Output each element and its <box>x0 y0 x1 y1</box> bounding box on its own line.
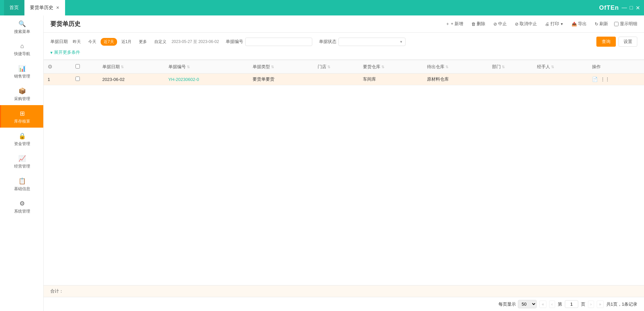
th-settings: ⚙ <box>44 60 71 74</box>
page-number-input[interactable] <box>565 300 578 308</box>
setting-button[interactable]: 设置 <box>619 37 637 47</box>
date-btn-today[interactable]: 今天 <box>85 38 99 46</box>
orderno-input[interactable] <box>245 38 312 46</box>
sidebar-item-finance[interactable]: 🔒 资金管理 <box>0 128 43 150</box>
expand-chevron-icon: ▾ <box>50 50 53 55</box>
sidebar-item-system-label: 系统管理 <box>14 209 30 214</box>
export-icon: 📤 <box>572 21 577 27</box>
status-select-wrapper <box>338 38 406 46</box>
order-no-link[interactable]: YH-20230602-0 <box>168 77 199 82</box>
th-no[interactable]: 单据编号 <box>164 60 249 74</box>
print-button[interactable]: 🖨 打印 ▼ <box>543 19 566 28</box>
tab-home-label: 首页 <box>9 5 19 11</box>
filter-row: 单据日期 昨天 今天 近7天 近1月 更多 自定义 2023-05-27 至 2… <box>50 37 637 47</box>
total-info: 共1页，1条记录 <box>606 301 637 307</box>
tab-home[interactable]: 首页 <box>4 0 24 15</box>
date-btn-yesterday[interactable]: 昨天 <box>70 38 84 46</box>
status-label: 单据状态 <box>319 39 336 45</box>
tab-close-icon[interactable]: ✕ <box>56 5 59 10</box>
date-btn-1month[interactable]: 近1月 <box>118 38 135 46</box>
sidebar-item-operations[interactable]: 📈 经营管理 <box>0 150 43 173</box>
export-button[interactable]: 📤 导出 <box>570 19 589 28</box>
sidebar-item-sales[interactable]: 📊 销售管理 <box>0 60 43 83</box>
sidebar-item-shortcut-label: 快捷导航 <box>14 51 30 57</box>
th-type[interactable]: 单据类型 <box>249 60 313 74</box>
delete-button[interactable]: 🗑 删除 <box>469 19 487 28</box>
page-title: 要货单历史 <box>50 20 80 28</box>
orderno-filter-item: 单据编号 <box>226 38 312 46</box>
view-detail-icon[interactable]: 📄 <box>592 77 598 82</box>
cancel-stop-icon: ⊘ <box>515 21 519 27</box>
sidebar-item-shortcut[interactable]: ⌂ 快捷导航 <box>0 38 43 60</box>
date-filter-item: 单据日期 昨天 今天 近7天 近1月 更多 自定义 2023-05-27 至 2… <box>50 38 219 46</box>
cell-store <box>314 74 359 85</box>
inventory-icon: ⊞ <box>20 110 25 117</box>
select-all-checkbox[interactable] <box>75 64 80 69</box>
th-date[interactable]: 单据日期 <box>98 60 164 74</box>
top-bar-right: OfTEn — □ ✕ <box>599 4 640 11</box>
next-page-button[interactable]: › <box>588 301 594 308</box>
per-page-label: 每页显示 <box>498 301 516 307</box>
minimize-icon[interactable]: — <box>622 5 627 11</box>
sidebar-item-inventory-label: 库存核算 <box>14 119 30 124</box>
more-action-icon[interactable]: ⋮⋮ <box>600 77 610 82</box>
pagination: 每页显示 50 100 « ‹ 第 页 › » 共1页，1条记录 <box>44 297 644 311</box>
th-req-warehouse[interactable]: 要货仓库 <box>359 60 423 74</box>
cell-index: 1 <box>44 74 71 85</box>
date-btn-more[interactable]: 更多 <box>136 38 150 46</box>
sidebar-item-system[interactable]: ⚙ 系统管理 <box>0 195 43 218</box>
per-page-select[interactable]: 50 100 <box>518 300 537 308</box>
close-icon[interactable]: ✕ <box>636 5 640 11</box>
print-icon: 🖨 <box>545 21 549 27</box>
status-select[interactable] <box>338 38 406 46</box>
tab-order-history-label: 要货单历史 <box>30 5 53 11</box>
stop-button[interactable]: ⊘ 中止 <box>491 19 509 28</box>
finance-icon: 🔒 <box>18 132 26 140</box>
sum-label: 合计： <box>50 288 63 294</box>
last-page-button[interactable]: » <box>597 301 604 308</box>
date-filter-label: 单据日期 <box>50 39 68 45</box>
page-label-text: 第 <box>558 301 562 307</box>
expand-filter-btn[interactable]: ▾ 展开更多条件 <box>50 49 637 55</box>
cancel-stop-label: 取消中止 <box>520 21 537 27</box>
sidebar-item-search-label: 搜索菜单 <box>14 29 30 35</box>
date-btn-custom[interactable]: 自定义 <box>151 38 169 46</box>
th-store[interactable]: 门店 <box>314 60 359 74</box>
display-detail-label: 显示明细 <box>620 21 637 27</box>
query-button[interactable]: 查询 <box>596 37 616 47</box>
cell-checkbox <box>71 74 98 85</box>
th-handler[interactable]: 经手人 <box>533 60 588 74</box>
sidebar-item-basic[interactable]: 📋 基础信息 <box>0 173 43 195</box>
row-checkbox[interactable] <box>75 77 80 81</box>
table-container: ⚙ 单据日期 单据编号 单据类型 门店 要货仓库 待出仓库 部门 <box>44 60 644 285</box>
prev-page-button[interactable]: ‹ <box>549 301 555 308</box>
operations-icon: 📈 <box>18 155 26 162</box>
home-icon: ⌂ <box>20 43 24 50</box>
sidebar-item-search[interactable]: 🔍 搜索菜单 <box>0 15 43 38</box>
add-button[interactable]: ＋ + 新增 <box>443 19 465 28</box>
refresh-button[interactable]: ↻ 刷新 <box>593 19 610 28</box>
per-page-wrap: 每页显示 50 100 <box>498 300 537 308</box>
cell-handler <box>533 74 588 85</box>
top-bar: 首页 要货单历史 ✕ OfTEn — □ ✕ <box>0 0 644 15</box>
date-filters: 昨天 今天 近7天 近1月 更多 自定义 <box>70 38 169 46</box>
th-pending-warehouse[interactable]: 待出仓库 <box>423 60 488 74</box>
cancel-stop-button[interactable]: ⊘ 取消中止 <box>513 19 539 28</box>
orderno-label: 单据编号 <box>226 39 243 45</box>
maximize-icon[interactable]: □ <box>630 5 633 11</box>
settings-gear-icon[interactable]: ⚙ <box>48 64 52 70</box>
display-detail-checkbox[interactable] <box>614 22 619 26</box>
sidebar-item-inventory[interactable]: ⊞ 库存核算 <box>0 105 43 128</box>
print-label: 打印 <box>550 21 559 27</box>
sidebar-item-operations-label: 经营管理 <box>14 164 30 169</box>
first-page-button[interactable]: « <box>539 301 546 308</box>
date-range-text: 2023-05-27 至 2023-06-02 <box>171 39 219 45</box>
search-icon: 🔍 <box>18 20 26 28</box>
tab-order-history[interactable]: 要货单历史 ✕ <box>24 0 65 15</box>
date-btn-7days[interactable]: 近7天 <box>101 38 117 46</box>
th-checkbox <box>71 60 98 74</box>
sidebar-item-purchase[interactable]: 📦 采购管理 <box>0 83 43 105</box>
th-dept[interactable]: 部门 <box>488 60 533 74</box>
refresh-label: 刷新 <box>599 21 608 27</box>
display-detail-toggle[interactable]: 显示明细 <box>614 21 637 27</box>
